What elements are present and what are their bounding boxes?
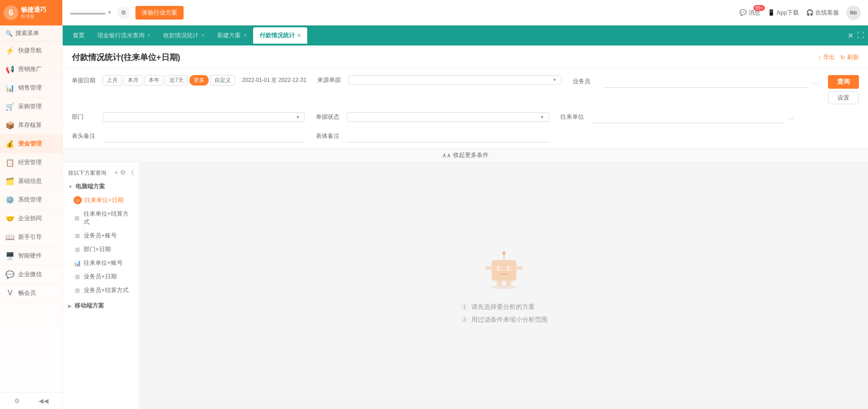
dept-select[interactable]: ▼	[103, 112, 305, 122]
sidebar-item-wechat[interactable]: 💬 企业微信	[0, 265, 62, 284]
source-arrow-icon: ▼	[552, 77, 557, 82]
company-selector[interactable]: ▬▬▬▬▬▬ ▼	[70, 9, 112, 16]
tab-new-scheme[interactable]: 新建方案 ×	[211, 27, 253, 44]
scheme-table-icon3: ⊞	[74, 246, 81, 253]
tab-bank-flow[interactable]: 现金银行流水查询 ×	[91, 27, 157, 44]
custom-date-btn[interactable]: 自定义	[210, 75, 235, 86]
sidebar-item-system[interactable]: ⚙️ 系统管理	[0, 191, 62, 209]
sidebar-item-sales[interactable]: 📊 销售管理	[0, 79, 62, 97]
sidebar-item-guide[interactable]: 📖 新手引导	[0, 228, 62, 247]
svg-point-12	[492, 285, 517, 289]
this-month-btn[interactable]: 本月	[124, 75, 143, 86]
topbar-settings-btn[interactable]: ⚙	[117, 6, 130, 19]
page-title: 付款情况统计(往来单位+日期)	[72, 52, 180, 63]
tab-home-label: 首页	[73, 31, 85, 40]
query-btn[interactable]: 查询	[828, 75, 859, 89]
scheme-item-staff-date[interactable]: ⊞ 业务员+日期	[63, 270, 140, 283]
trial-btn[interactable]: 体验行业方案	[135, 6, 184, 20]
sidebar-item-marketing[interactable]: 📢 营销推广	[0, 60, 62, 79]
more-date-btn[interactable]: 更多	[190, 75, 209, 86]
tabbar: 首页 现金银行流水查询 × 收款情况统计 × 新建方案 × 付款情况统计 × ✕…	[63, 25, 868, 45]
page-header: 付款情况统计(往来单位+日期) ↑ 导出 ↻ 刷新	[63, 45, 868, 68]
desktop-group-header[interactable]: ▼ 电脑端方案	[63, 180, 140, 193]
sidebar-item-purchase[interactable]: 🛒 采购管理	[0, 97, 62, 116]
export-icon: ↑	[818, 54, 822, 61]
export-btn[interactable]: ↑ 导出	[818, 53, 835, 61]
operator-label: 业务员	[573, 77, 600, 86]
svg-rect-8	[485, 266, 492, 269]
last-month-btn[interactable]: 上月	[103, 75, 122, 86]
messages-btn[interactable]: 💬 消息 99+	[739, 9, 760, 17]
scheme-table-icon: ⊞	[74, 214, 81, 222]
sidebar-item-hardware[interactable]: 🖥️ 智能硬件	[0, 247, 62, 265]
scheme-settings-btn[interactable]: ⚙	[120, 169, 126, 177]
scheme-item-staff-account[interactable]: ⊞ 业务员+账号	[63, 229, 140, 242]
mobile-group-header[interactable]: ▶ 移动端方案	[63, 299, 140, 313]
scheme-collapse-btn[interactable]: 《	[128, 169, 134, 177]
doc-status-select[interactable]: ▼	[347, 112, 549, 122]
scheme-chart-icon: 📊	[74, 259, 81, 267]
sidebar: 6 畅捷通巧 标准版 🔍 搜索菜单 ⚡ 快捷导航 📢 营销推广 📊 销售管理	[0, 0, 63, 409]
tab-payment-detail-close[interactable]: ×	[298, 32, 301, 39]
user-avatar[interactable]: Rit	[846, 5, 861, 20]
scheme-add-btn[interactable]: +	[115, 169, 118, 177]
source-select[interactable]: ▼	[348, 75, 562, 85]
scheme-item-dept-date[interactable]: ⊞ 部门+日期	[63, 242, 140, 256]
svg-point-4	[499, 268, 501, 270]
basic-info-icon: 🗂️	[5, 177, 15, 186]
close-all-tabs-btn[interactable]: ✕	[848, 31, 853, 40]
head-note-label: 表头备注	[72, 132, 99, 140]
sidebar-item-capital[interactable]: 💰 资金管理	[0, 135, 62, 153]
sidebar-settings-btn[interactable]: ⚙	[14, 397, 20, 404]
maximize-btn[interactable]: ⛶	[857, 31, 864, 40]
partner-dots[interactable]: ...	[788, 114, 793, 121]
refresh-icon: ↻	[840, 54, 845, 61]
svg-point-5	[509, 268, 511, 270]
tab-bank-flow-close[interactable]: ×	[147, 32, 150, 39]
scheme-item-partner-settlement[interactable]: ⊞ 往来单位+结算方式	[63, 207, 140, 229]
doc-status-arrow-icon: ▼	[540, 115, 544, 120]
sidebar-item-basic-info[interactable]: 🗂️ 基础信息	[0, 172, 62, 191]
search-icon: 🔍	[5, 30, 13, 37]
sidebar-item-quick-nav[interactable]: ⚡ 快捷导航	[0, 41, 62, 60]
main-content: 1 请先选择要分析的方案 2 用过滤条件来缩小分析范围	[140, 162, 868, 409]
scheme-item-partner-account[interactable]: 📊 往来单位+账号	[63, 256, 140, 270]
scheme-item-label: 业务员+日期	[84, 273, 117, 281]
online-service-btn[interactable]: 🎧 在线客服	[806, 9, 839, 17]
empty-icon	[481, 246, 527, 291]
sidebar-item-vip[interactable]: V 畅会员	[0, 284, 62, 303]
scheme-item-label: 往来单位+账号	[84, 259, 123, 267]
filter-settings-btn[interactable]: 设置	[828, 91, 859, 104]
sidebar-item-operations[interactable]: 📋 经营管理	[0, 153, 62, 172]
scheme-table-icon2: ⊞	[74, 232, 81, 239]
last-7-btn[interactable]: 近7天	[165, 75, 188, 86]
vip-icon: V	[5, 288, 15, 298]
tab-payment-stats-close[interactable]: ×	[201, 32, 205, 39]
sales-icon: 📊	[5, 83, 15, 92]
operator-dots[interactable]: ...	[812, 78, 817, 85]
scheme-header: 按以下方案查询 + ⚙ 《	[63, 166, 140, 180]
refresh-btn[interactable]: ↻ 刷新	[840, 53, 859, 61]
sidebar-item-collab[interactable]: 🤝 企业协同	[0, 209, 62, 228]
scheme-panel: 按以下方案查询 + ⚙ 《 ▼ 电脑端方案	[63, 162, 140, 409]
scheme-item-label: 业务员+账号	[84, 232, 117, 240]
scheme-item-label: 业务员+结算方式	[84, 286, 129, 294]
service-icon: 🎧	[806, 9, 813, 16]
tab-payment-stats[interactable]: 收款情况统计 ×	[157, 27, 211, 44]
svg-rect-1	[494, 262, 514, 278]
sidebar-collapse-btn[interactable]: ◀◀	[39, 397, 49, 404]
app-download-btn[interactable]: 📱 App下载	[768, 9, 799, 17]
tab-payment-detail[interactable]: 付款情况统计 ×	[253, 27, 307, 44]
hardware-icon: 🖥️	[5, 251, 15, 260]
svg-point-7	[502, 252, 505, 255]
scheme-item-partner-date[interactable]: ⊙ 往来单位+日期	[63, 193, 140, 207]
search-menu[interactable]: 🔍 搜索菜单	[0, 25, 62, 41]
sidebar-item-inventory[interactable]: 📦 库存核算	[0, 116, 62, 135]
this-year-btn[interactable]: 本年	[145, 75, 164, 86]
system-icon: ⚙️	[5, 195, 15, 204]
capital-icon: 💰	[5, 139, 15, 148]
collapse-more-btn[interactable]: ∧∧ 收起更多条件	[63, 148, 868, 162]
scheme-item-staff-settlement[interactable]: ⊞ 业务员+结算方式	[63, 283, 140, 297]
tab-new-scheme-close[interactable]: ×	[244, 32, 247, 39]
tab-home[interactable]: 首页	[66, 27, 91, 44]
